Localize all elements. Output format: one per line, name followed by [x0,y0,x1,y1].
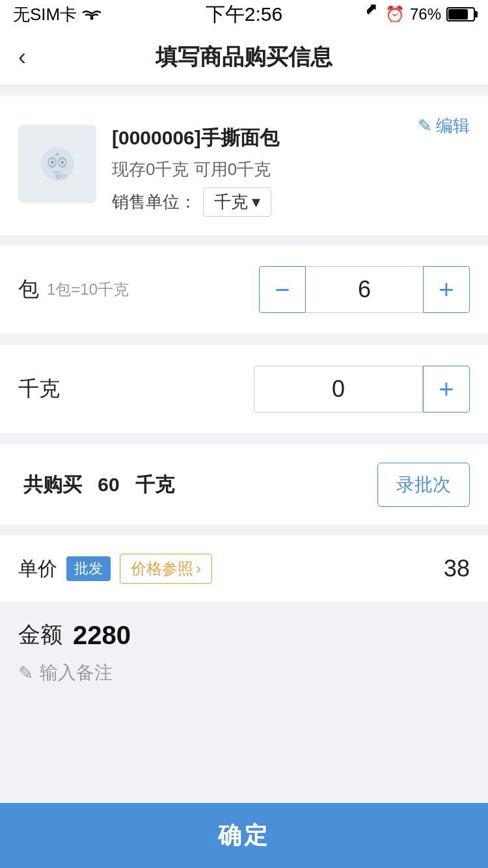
price-row: 单价 批发 价格参照 › 38 [18,554,470,584]
wifi-icon [82,5,102,25]
svg-point-6 [51,161,54,164]
carrier-text: 无SIM卡 [13,3,77,26]
amount-section: 金额 2280 ✎ 输入备注 [0,602,488,696]
bag-qty-input[interactable] [306,266,423,313]
note-row[interactable]: ✎ 输入备注 [18,660,470,685]
kg-increment-button[interactable]: + [423,366,470,413]
unit-dropdown[interactable]: 千克 ▾ [203,187,271,217]
kg-qty-section: 千克 + [0,345,488,434]
bag-qty-control: − + [259,266,470,313]
kg-qty-input[interactable] [254,366,423,413]
price-label: 单价 [18,556,57,582]
purchase-amount: 60 [98,474,119,495]
back-button[interactable]: ‹ [18,44,26,71]
bag-qty-section: 包 1包=10千克 − + [0,245,488,334]
status-left: 无SIM卡 [13,3,102,26]
purchase-row: 共购买 60 千克 录批次 [0,444,488,525]
note-icon: ✎ [18,662,33,684]
edit-button[interactable]: ✎ 编辑 [418,115,470,137]
kg-label: 千克 [18,375,60,403]
product-info: [0000006]手撕面包 现存0千克 可用0千克 销售单位： 千克 ▾ [112,125,470,217]
product-unit-row: 销售单位： 千克 ▾ [112,187,470,217]
product-stock: 现存0千克 可用0千克 [112,158,470,181]
nav-bar: ‹ 填写商品购买信息 [0,29,488,86]
bag-sublabel: 1包=10千克 [47,279,129,300]
confirm-bar[interactable]: 确定 [0,803,488,868]
amount-value: 2280 [73,621,131,650]
kg-qty-row: 千克 + [0,345,488,434]
unit-value: 千克 [214,191,248,213]
battery-icon [446,7,475,21]
purchase-text: 共购买 60 千克 [18,472,180,498]
price-ref-button[interactable]: 价格参照 › [120,554,212,584]
confirm-button[interactable]: 确定 [218,820,270,852]
purchase-prefix: 共购买 [23,474,82,495]
edit-icon: ✎ [418,116,432,136]
price-tag: 批发 [66,556,111,581]
edit-label: 编辑 [436,115,470,137]
unit-label: 销售单位： [112,191,197,213]
svg-point-7 [61,161,64,164]
price-section: 单价 批发 价格参照 › 38 [0,536,488,602]
status-time: 下午2:56 [206,1,282,28]
status-right: ⏰ 76% [367,5,475,24]
svg-text:智计: 智计 [54,173,68,180]
page-title: 填写商品购买信息 [156,42,332,72]
purchase-unit: 千克 [135,474,174,495]
product-image: 智计 [18,125,96,203]
note-placeholder[interactable]: 输入备注 [40,660,113,685]
location-icon [367,5,380,24]
svg-point-0 [90,16,94,20]
spacer [0,696,488,803]
product-name: [0000006]手撕面包 [112,125,470,152]
bag-qty-row: 包 1包=10千克 − + [0,245,488,334]
kg-qty-control: + [254,366,470,413]
bag-decrement-button[interactable]: − [259,266,306,313]
price-ref-arrow: › [196,560,201,578]
batch-button[interactable]: 录批次 [377,463,470,507]
amount-label: 金额 [18,620,62,650]
price-ref-label: 价格参照 [131,558,193,579]
bag-label: 包 [18,275,39,304]
battery-text: 76% [410,5,441,23]
bag-increment-button[interactable]: + [423,266,470,313]
purchase-section: 共购买 60 千克 录批次 [0,444,488,525]
status-bar: 无SIM卡 下午2:56 ⏰ 76% [0,0,488,29]
alarm-icon: ⏰ [385,5,405,23]
dropdown-arrow: ▾ [252,192,260,212]
product-card: 智计 [0000006]手撕面包 现存0千克 可用0千克 销售单位： 千克 ▾ … [0,96,488,235]
amount-row: 金额 2280 [18,620,470,650]
price-value: 38 [444,555,470,582]
